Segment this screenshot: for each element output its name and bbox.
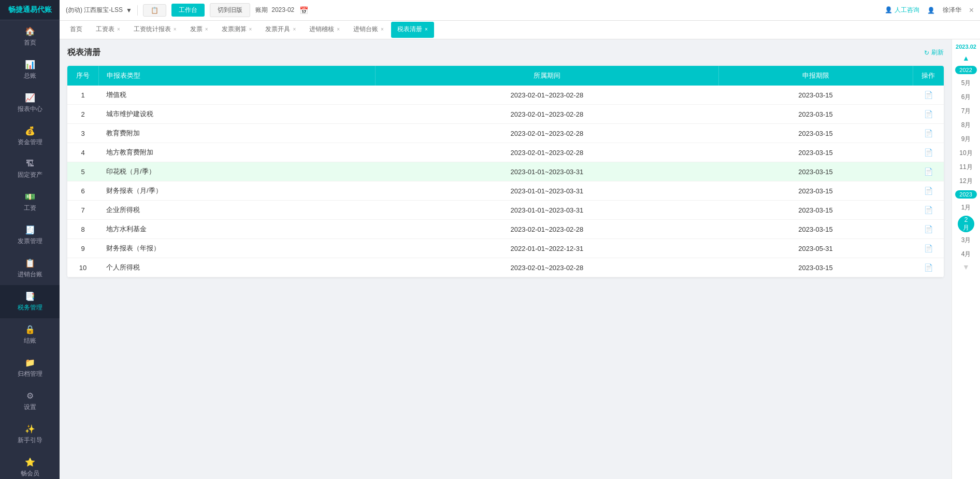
cell-action: 📄 (913, 239, 944, 258)
action-icon[interactable]: 📄 (924, 167, 933, 176)
cell-no: 5 (67, 162, 98, 181)
tab-purchase-check-close[interactable]: × (337, 26, 340, 32)
year-badge[interactable]: 2022 (955, 66, 976, 74)
month-item[interactable]: 7月 (955, 104, 976, 118)
tab-invoice-open[interactable]: 发票开具 × (259, 22, 302, 38)
tab-purchase-ledger-close[interactable]: × (381, 26, 384, 32)
action-icon[interactable]: 📄 (924, 148, 933, 157)
salary-icon: 💵 (25, 192, 35, 202)
cell-action: 📄 (913, 220, 944, 239)
month-item[interactable]: 4月 (955, 247, 976, 261)
sidebar-item-home[interactable]: 🏠 首页 (0, 20, 60, 53)
month-item[interactable]: 3月 (955, 233, 976, 247)
app-logo: 畅捷通易代账 (0, 0, 60, 20)
sidebar-item-close[interactable]: 🔒 结账 (0, 318, 60, 351)
tab-tax-clearance-close[interactable]: × (425, 26, 428, 32)
cell-period: 2023-02-01~2023-02-28 (376, 143, 719, 162)
company-label: (勿动) 江西服宝-LSS (66, 6, 123, 15)
topbar-right: 👤 人工咨询 👤 徐泽华 × (885, 6, 974, 15)
action-icon[interactable]: 📄 (924, 187, 933, 195)
switch-old-button[interactable]: 切到旧版 (210, 3, 250, 17)
cell-action: 📄 (913, 181, 944, 201)
ai-consult-link[interactable]: 👤 人工咨询 (885, 6, 919, 15)
sidebar-item-purchase[interactable]: 📋 进销台账 (0, 252, 60, 285)
cell-no: 8 (67, 220, 98, 239)
cell-no: 2 (67, 105, 98, 124)
tab-purchase-ledger[interactable]: 进销台账 × (347, 22, 390, 38)
tab-invoice[interactable]: 发票 × (184, 22, 214, 38)
action-icon[interactable]: 📄 (924, 110, 933, 118)
panel-up-button[interactable]: ▲ (962, 54, 970, 62)
tab-salary-stat[interactable]: 工资统计报表 × (127, 22, 183, 38)
calendar-icon[interactable]: 📅 (299, 6, 308, 15)
month-item[interactable]: 5月 (955, 76, 976, 90)
action-icon[interactable]: 📄 (924, 263, 933, 272)
refresh-label: 刷新 (931, 48, 944, 57)
sidebar-item-label: 畅会员 (21, 469, 39, 478)
workbench-button[interactable]: 工作台 (171, 4, 205, 17)
sidebar-item-salary[interactable]: 💵 工资 (0, 186, 60, 219)
cell-period: 2023-02-01~2023-02-28 (376, 86, 719, 105)
month-item[interactable]: 8月 (955, 118, 976, 132)
sidebar-item-report[interactable]: 📈 报表中心 (0, 87, 60, 120)
month-item[interactable]: 2月 (958, 216, 974, 232)
cell-no: 7 (67, 201, 98, 220)
month-item[interactable]: 10月 (955, 146, 976, 160)
sidebar-item-label: 设置 (24, 403, 36, 412)
tab-salary-stat-close[interactable]: × (174, 26, 177, 32)
tab-invoice-calc[interactable]: 发票测算 × (215, 22, 258, 38)
sidebar-item-archive[interactable]: 📁 归档管理 (0, 351, 60, 385)
tab-invoice-open-close[interactable]: × (293, 26, 296, 32)
panel-header: 2023.02 (956, 44, 976, 50)
table-header-row: 序号 申报表类型 所属期间 申报期限 操作 (67, 66, 944, 86)
tab-invoice-label: 发票 (190, 25, 203, 34)
sidebar-item-label: 固定资产 (18, 171, 42, 179)
action-icon[interactable]: 📄 (924, 206, 933, 214)
tab-invoice-close[interactable]: × (205, 26, 208, 32)
sidebar-item-vip[interactable]: ⭐ 畅会员 (0, 451, 60, 479)
tab-salary[interactable]: 工资表 × (90, 22, 126, 38)
month-item[interactable]: 6月 (955, 90, 976, 104)
refresh-icon: ↻ (924, 49, 929, 57)
tab-salary-close[interactable]: × (117, 26, 120, 32)
tab-tax-clearance[interactable]: 税表清册 × (391, 22, 434, 38)
company-selector[interactable]: (勿动) 江西服宝-LSS ▼ (66, 6, 132, 15)
tab-invoice-calc-close[interactable]: × (249, 26, 252, 32)
action-icon[interactable]: 📄 (924, 244, 933, 252)
topbar-close-button[interactable]: × (969, 6, 974, 15)
cell-type: 印花税（月/季） (98, 162, 376, 181)
purchase-icon: 📋 (25, 258, 35, 268)
tab-purchase-check[interactable]: 进销稽核 × (303, 22, 346, 38)
month-item[interactable]: 12月 (955, 174, 976, 188)
cell-deadline: 2023-03-15 (718, 258, 913, 277)
month-item[interactable]: 11月 (955, 160, 976, 174)
cell-period: 2023-02-01~2023-02-28 (376, 105, 719, 124)
cell-deadline: 2023-03-15 (718, 105, 913, 124)
cell-deadline: 2023-03-15 (718, 201, 913, 220)
tab-home[interactable]: 首页 (64, 22, 89, 38)
month-item[interactable]: 1月 (955, 201, 976, 215)
cell-action: 📄 (913, 143, 944, 162)
sidebar-item-fund[interactable]: 💰 资金管理 (0, 120, 60, 153)
cell-deadline: 2023-03-15 (718, 124, 913, 143)
month-item[interactable]: 9月 (955, 132, 976, 146)
ledger-icon: 📊 (25, 60, 35, 69)
panel-down-button[interactable]: ▼ (962, 263, 970, 271)
action-icon[interactable]: 📄 (924, 129, 933, 137)
period-label: 账期 2023-02 (255, 6, 294, 15)
sidebar-item-settings[interactable]: ⚙ 设置 (0, 385, 60, 418)
sidebar-item-tax[interactable]: 📑 税务管理 (0, 285, 60, 318)
action-icon[interactable]: 📄 (924, 91, 933, 99)
sidebar-item-label: 资金管理 (18, 138, 42, 147)
sidebar-item-invoice[interactable]: 🧾 发票管理 (0, 219, 60, 252)
refresh-button[interactable]: ↻ 刷新 (924, 48, 944, 57)
sidebar-item-guide[interactable]: ✨ 新手引导 (0, 418, 60, 451)
action-icon[interactable]: 📄 (924, 225, 933, 233)
sidebar-item-asset[interactable]: 🏗 固定资产 (0, 153, 60, 186)
year-badge[interactable]: 2023 (955, 190, 976, 199)
fund-icon: 💰 (25, 126, 35, 136)
page-header: 税表清册 ↻ 刷新 (67, 47, 944, 58)
sidebar-item-ledger[interactable]: 📊 总账 (0, 53, 60, 87)
copy-button[interactable]: 📋 (143, 4, 166, 17)
topbar: (勿动) 江西服宝-LSS ▼ 📋 工作台 切到旧版 账期 2023-02 📅 … (60, 0, 980, 21)
